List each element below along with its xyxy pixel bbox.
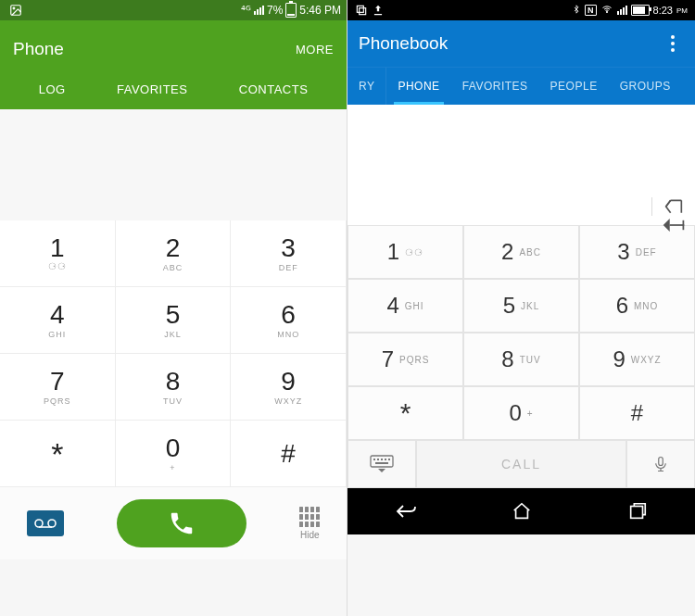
key-0[interactable]: 0+ <box>463 386 579 440</box>
screenshot-icon <box>355 4 368 17</box>
key-hash[interactable]: # <box>231 421 347 487</box>
key-1[interactable]: 1⚆⚆ <box>0 220 116 287</box>
svg-point-1 <box>13 7 15 9</box>
microphone-icon <box>652 453 669 475</box>
key-6[interactable]: 6MNO <box>231 287 347 354</box>
call-row: CALL <box>348 440 695 488</box>
svg-rect-13 <box>373 459 375 460</box>
key-star[interactable]: * <box>0 421 116 487</box>
svg-rect-14 <box>377 459 379 460</box>
key-9[interactable]: 9WXYZ <box>231 354 347 421</box>
status-bar: ⁴ᴳ 7% 5:46 PM <box>0 0 347 20</box>
svg-rect-16 <box>385 459 386 460</box>
svg-rect-15 <box>381 459 383 460</box>
signal-icon <box>254 6 264 15</box>
key-star[interactable]: * <box>348 386 463 440</box>
nav-back-button[interactable] <box>348 488 463 534</box>
nav-recents-button[interactable] <box>579 488 695 534</box>
key-hash[interactable]: # <box>579 386 695 440</box>
key-6[interactable]: 6MNO <box>579 279 695 333</box>
key-7[interactable]: 7PQRS <box>348 333 463 386</box>
home-icon <box>512 501 532 522</box>
number-display[interactable] <box>348 105 695 225</box>
key-5[interactable]: 5JKL <box>463 279 579 333</box>
tab-favorites[interactable]: FAVORITES <box>113 71 192 107</box>
voicemail-icon: ⚆⚆ <box>48 261 67 271</box>
tab-cut-prev[interactable]: RY <box>348 68 386 105</box>
left-phone: ⁴ᴳ 7% 5:46 PM Phone MORE LOG FAVORITES C… <box>0 0 348 616</box>
upload-icon <box>372 4 385 17</box>
dial-pad: 1⚆⚆ 2ABC 3DEF 4GHI 5JKL 6MNO 7PQRS 8TUV … <box>348 225 695 440</box>
voice-dial-button[interactable] <box>626 440 695 488</box>
battery-icon <box>285 3 297 18</box>
separator <box>651 197 652 216</box>
svg-rect-12 <box>371 456 393 467</box>
voicemail-button[interactable] <box>27 510 64 536</box>
key-1[interactable]: 1⚆⚆ <box>348 225 463 279</box>
app-header: Phone MORE LOG FAVORITES CONTACTS <box>0 20 347 109</box>
voicemail-icon: ⚆⚆ <box>405 247 423 258</box>
tab-bar: RY PHONE FAVORITES PEOPLE GROUPS <box>348 67 695 105</box>
dial-pad: 1⚆⚆ 2ABC 3DEF 4GHI 5JKL 6MNO 7PQRS 8TUV … <box>0 220 347 487</box>
clock: 5:46 PM <box>299 4 341 17</box>
tab-groups[interactable]: GROUPS <box>609 68 682 105</box>
wifi-icon <box>600 4 613 17</box>
svg-rect-18 <box>375 462 388 464</box>
svg-point-2 <box>35 520 43 527</box>
more-button[interactable]: MORE <box>296 43 334 57</box>
key-4[interactable]: 4GHI <box>348 279 463 333</box>
key-7[interactable]: 7PQRS <box>0 354 116 421</box>
svg-rect-10 <box>670 224 685 226</box>
bottom-actions: Hide <box>0 487 347 559</box>
battery-icon <box>631 5 650 16</box>
keyboard-hide-icon <box>370 455 394 473</box>
call-button[interactable]: CALL <box>416 440 626 488</box>
overflow-menu-button[interactable] <box>662 26 684 61</box>
svg-marker-19 <box>378 469 385 472</box>
tab-log[interactable]: LOG <box>35 71 70 107</box>
key-5[interactable]: 5JKL <box>116 287 232 354</box>
key-0[interactable]: 0+ <box>116 421 232 487</box>
key-2[interactable]: 2ABC <box>463 225 579 279</box>
bluetooth-icon <box>572 3 581 18</box>
tab-people[interactable]: PEOPLE <box>539 68 609 105</box>
svg-rect-20 <box>659 458 663 466</box>
backspace-icon <box>662 197 686 216</box>
svg-marker-9 <box>663 219 670 232</box>
svg-point-7 <box>606 11 607 12</box>
svg-point-3 <box>48 520 56 527</box>
battery-pct: 7% <box>267 4 283 17</box>
right-phone: N 8:23 PM Phonebook RY PHONE FAVORITES P… <box>348 0 695 616</box>
nfc-icon: N <box>585 5 597 16</box>
recents-icon <box>627 501 648 522</box>
svg-rect-11 <box>683 220 685 230</box>
keypad-grid-icon <box>299 507 320 527</box>
key-2[interactable]: 2ABC <box>116 220 232 287</box>
network-type: ⁴ᴳ <box>241 4 251 17</box>
key-8[interactable]: 8TUV <box>116 354 232 421</box>
hide-label: Hide <box>300 530 320 540</box>
number-display[interactable] <box>0 109 347 220</box>
svg-rect-5 <box>357 6 363 12</box>
svg-rect-6 <box>360 8 366 15</box>
hide-keypad-button[interactable]: Hide <box>299 507 320 540</box>
back-icon <box>394 502 418 521</box>
app-header: Phonebook RY PHONE FAVORITES PEOPLE GROU… <box>348 20 695 105</box>
key-9[interactable]: 9WXYZ <box>579 333 695 386</box>
tab-contacts[interactable]: CONTACTS <box>235 71 312 107</box>
status-bar: N 8:23 PM <box>348 0 695 20</box>
hide-keyboard-button[interactable] <box>348 440 416 488</box>
tab-favorites[interactable]: FAVORITES <box>451 68 539 105</box>
key-8[interactable]: 8TUV <box>463 333 579 386</box>
tab-phone[interactable]: PHONE <box>386 68 450 105</box>
call-button[interactable] <box>117 499 246 547</box>
nav-home-button[interactable] <box>463 488 579 534</box>
phone-icon <box>168 509 196 537</box>
key-4[interactable]: 4GHI <box>0 287 116 354</box>
key-3[interactable]: 3DEF <box>231 220 347 287</box>
backspace-button[interactable] <box>662 197 686 216</box>
signal-icon <box>617 6 627 15</box>
image-icon <box>9 4 22 17</box>
svg-rect-21 <box>630 507 642 519</box>
voicemail-icon <box>34 517 57 530</box>
